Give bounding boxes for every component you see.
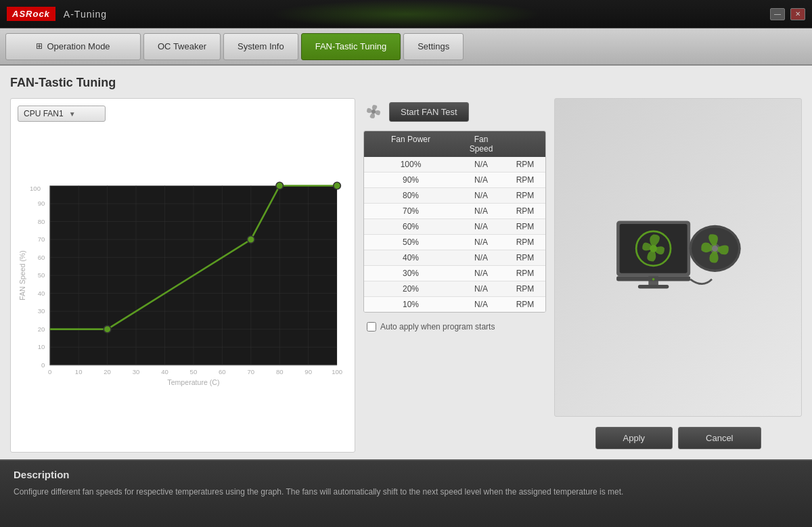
apply-button[interactable]: Apply	[595, 427, 673, 449]
svg-point-46	[104, 325, 111, 333]
graph-area[interactable]: 0 10 20 30 40 50 60 70 80 90 100 0 10 20…	[18, 127, 348, 445]
table-row: 100% N/A RPM	[364, 157, 545, 173]
svg-text:100: 100	[332, 368, 342, 375]
fan-power-cell: 70%	[364, 204, 457, 219]
main-content: FAN-Tastic Tuning CPU FAN1 ▼	[0, 66, 812, 459]
svg-text:0: 0	[48, 368, 51, 375]
svg-text:70: 70	[38, 235, 45, 243]
svg-point-47	[247, 236, 254, 244]
fan-speed-cell: N/A	[457, 188, 505, 203]
svg-point-62	[712, 245, 718, 251]
fan-selector: CPU FAN1 ▼	[18, 106, 348, 122]
fan-power-cell: 60%	[364, 219, 457, 234]
fan-speed-cell: N/A	[457, 235, 505, 250]
fan-speed-cell: N/A	[457, 219, 505, 234]
svg-point-49	[334, 182, 341, 189]
fan-test-panel: Start FAN Test Fan Power Fan Speed 100% …	[363, 98, 546, 453]
fan-dropdown[interactable]: CPU FAN1 ▼	[18, 106, 106, 122]
table-row: 90% N/A RPM	[364, 173, 545, 188]
fan-system-image	[610, 204, 746, 312]
fan-unit-cell: RPM	[505, 204, 545, 219]
svg-text:10: 10	[38, 343, 45, 350]
svg-point-58	[652, 278, 655, 281]
action-buttons: Apply Cancel	[554, 423, 802, 453]
fan-selected-value: CPU FAN1	[24, 109, 64, 118]
fan-table-header: Fan Power Fan Speed	[364, 131, 545, 157]
fan-unit-cell: RPM	[505, 266, 545, 281]
fan-speed-cell: N/A	[457, 250, 505, 265]
fan-power-cell: 50%	[364, 235, 457, 250]
fan-speed-cell: N/A	[457, 297, 505, 312]
svg-text:60: 60	[219, 368, 226, 375]
svg-text:Temperature (C): Temperature (C)	[167, 378, 219, 386]
fan-unit-cell: RPM	[505, 157, 545, 172]
table-row: 70% N/A RPM	[364, 204, 545, 219]
table-row: 40% N/A RPM	[364, 250, 545, 266]
fan-unit-cell: RPM	[505, 297, 545, 312]
auto-apply-row: Auto apply when program starts	[363, 318, 546, 331]
fan-speed-header: Fan Speed	[457, 131, 505, 157]
svg-text:100: 100	[30, 185, 41, 192]
fan-speed-cell: N/A	[457, 204, 505, 219]
fan-power-header: Fan Power	[364, 131, 457, 157]
svg-text:40: 40	[161, 368, 168, 375]
fan-unit-cell: RPM	[505, 188, 545, 203]
fan-power-cell: 90%	[364, 173, 457, 187]
chevron-down-icon: ▼	[69, 110, 76, 118]
fan-unit-cell: RPM	[505, 250, 545, 265]
svg-text:50: 50	[38, 271, 45, 279]
svg-text:90: 90	[304, 368, 312, 375]
fan-data-table: Fan Power Fan Speed 100% N/A RPM 90% N/A…	[363, 131, 546, 313]
fan-speed-cell: N/A	[457, 157, 505, 172]
tab-fan-tastic[interactable]: FAN-Tastic Tuning	[301, 33, 401, 60]
tab-oc-label: OC Tweaker	[158, 41, 206, 52]
close-button[interactable]: ✕	[790, 8, 805, 20]
fan-unit-cell: RPM	[505, 235, 545, 250]
title-bar: ASRock A-Tuning — ✕	[0, 0, 812, 28]
start-fan-test-button[interactable]: Start FAN Test	[389, 102, 469, 122]
svg-text:60: 60	[38, 254, 45, 261]
description-bar: Description Configure different fan spee…	[0, 459, 812, 527]
svg-text:90: 90	[38, 200, 45, 207]
fan-speed-cell: N/A	[457, 173, 505, 187]
svg-rect-56	[638, 285, 669, 288]
fan-image-box	[554, 98, 802, 417]
svg-text:50: 50	[190, 368, 198, 375]
tab-system-info[interactable]: System Info	[223, 33, 298, 60]
fan-power-cell: 80%	[364, 188, 457, 203]
cancel-button[interactable]: Cancel	[678, 427, 761, 449]
svg-text:30: 30	[133, 368, 140, 375]
tab-settings[interactable]: Settings	[403, 33, 464, 60]
tab-operation-mode[interactable]: ⊞ Operation Mode	[5, 33, 141, 60]
fan-power-cell: 100%	[364, 157, 457, 172]
table-row: 30% N/A RPM	[364, 266, 545, 281]
svg-text:0: 0	[41, 361, 45, 369]
fan-unit-cell: RPM	[505, 219, 545, 234]
svg-text:80: 80	[38, 218, 45, 225]
fan-curve-graph: 0 10 20 30 40 50 60 70 80 90 100 0 10 20…	[18, 127, 348, 445]
table-row: 10% N/A RPM	[364, 297, 545, 312]
tab-settings-label: Settings	[418, 41, 449, 52]
content-panel: CPU FAN1 ▼	[10, 98, 802, 453]
description-text: Configure different fan speeds for respe…	[14, 486, 798, 498]
auto-apply-checkbox[interactable]	[367, 322, 376, 331]
table-row: 20% N/A RPM	[364, 281, 545, 297]
svg-text:FAN Speed (%): FAN Speed (%)	[18, 250, 26, 300]
fan-unit-cell: RPM	[505, 173, 545, 187]
tab-sysinfo-label: System Info	[238, 41, 284, 52]
fan-power-cell: 20%	[364, 281, 457, 296]
svg-text:10: 10	[75, 368, 83, 375]
svg-point-48	[276, 182, 284, 189]
minimize-button[interactable]: —	[770, 8, 785, 20]
tab-oc-tweaker[interactable]: OC Tweaker	[143, 33, 221, 60]
fan-speed-cell: N/A	[457, 281, 505, 296]
svg-text:20: 20	[38, 325, 45, 333]
fan-spin-icon	[363, 101, 384, 122]
graph-panel: CPU FAN1 ▼	[10, 98, 355, 453]
description-title: Description	[14, 469, 798, 480]
page-title: FAN-Tastic Tuning	[10, 76, 802, 90]
fan-table-rows: 100% N/A RPM 90% N/A RPM 80% N/A RPM 70%…	[364, 157, 545, 312]
title-left: ASRock A-Tuning	[7, 7, 107, 21]
fan-power-cell: 30%	[364, 266, 457, 281]
auto-apply-label: Auto apply when program starts	[380, 322, 495, 331]
